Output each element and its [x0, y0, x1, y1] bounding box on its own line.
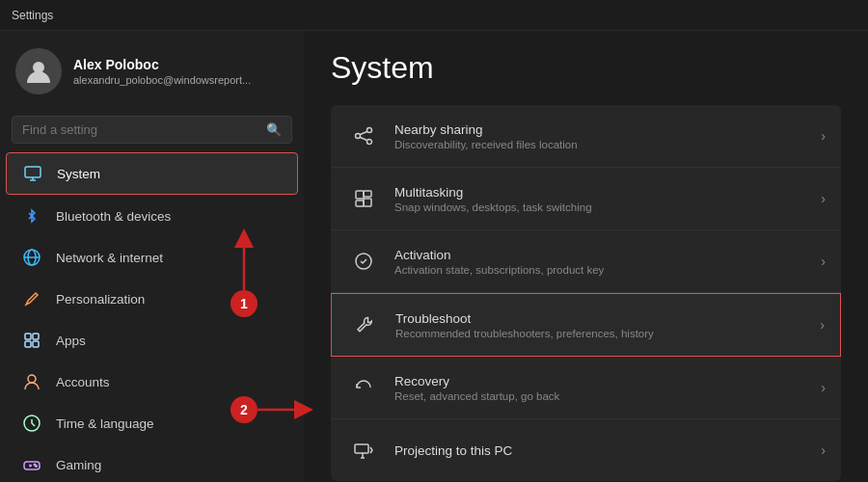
projecting-text: Projecting to this PC [394, 443, 821, 458]
gaming-nav-icon [21, 454, 42, 475]
nearby-sharing-desc: Discoverability, received files location [394, 139, 821, 150]
sidebar-item-personalization[interactable]: Personalization [6, 279, 298, 319]
sidebar-item-network[interactable]: Network & internet [6, 237, 298, 278]
sidebar-item-time[interactable]: Time & language [6, 403, 298, 443]
sidebar-item-label-network: Network & internet [56, 251, 163, 265]
settings-item-projecting[interactable]: Projecting to this PC› [331, 419, 841, 481]
activation-icon [346, 244, 381, 279]
personalization-nav-icon [21, 288, 42, 309]
svg-rect-25 [356, 201, 364, 206]
sidebar-item-label-apps: Apps [56, 334, 86, 348]
window-title: Settings [12, 9, 53, 22]
recovery-desc: Reset, advanced startup, go back [394, 390, 821, 402]
multitasking-chevron: › [821, 191, 826, 206]
content-area: System Nearby sharingDiscoverability, re… [304, 31, 868, 482]
page-title: System [331, 50, 841, 86]
projecting-icon [346, 433, 381, 468]
sidebar-item-accounts[interactable]: Accounts [6, 362, 298, 402]
troubleshoot-title: Troubleshoot [395, 311, 820, 326]
settings-item-troubleshoot[interactable]: TroubleshootRecommended troubleshooters,… [331, 293, 841, 357]
multitasking-desc: Snap windows, desktops, task switching [394, 201, 821, 213]
search-icon: 🔍 [266, 122, 282, 137]
sidebar-item-gaming[interactable]: Gaming [6, 444, 298, 482]
sidebar-item-system[interactable]: System [6, 152, 298, 195]
settings-list: Nearby sharingDiscoverability, received … [331, 105, 841, 481]
settings-item-recovery[interactable]: RecoveryReset, advanced startup, go back… [331, 357, 841, 419]
svg-rect-7 [25, 334, 31, 339]
troubleshoot-desc: Recommended troubleshooters, preferences… [395, 328, 820, 339]
sidebar-item-label-accounts: Accounts [56, 375, 110, 389]
activation-chevron: › [821, 254, 826, 269]
projecting-title: Projecting to this PC [394, 443, 821, 458]
settings-item-nearby-sharing[interactable]: Nearby sharingDiscoverability, received … [331, 105, 841, 168]
sidebar-item-label-time: Time & language [56, 416, 154, 431]
multitasking-text: MultitaskingSnap windows, desktops, task… [394, 185, 821, 213]
sidebar-item-bluetooth[interactable]: Bluetooth & devices [6, 196, 298, 236]
recovery-text: RecoveryReset, advanced startup, go back [394, 374, 821, 402]
activation-title: Activation [394, 248, 821, 262]
svg-rect-26 [364, 199, 371, 206]
settings-item-activation[interactable]: ActivationActivation state, subscription… [331, 230, 841, 293]
svg-point-11 [28, 375, 36, 383]
svg-line-22 [361, 138, 367, 141]
sidebar-item-label-gaming: Gaming [56, 458, 101, 472]
user-profile[interactable]: Alex Poloboc alexandru_poloboc@windowsre… [0, 31, 304, 112]
activation-text: ActivationActivation state, subscription… [394, 248, 821, 276]
multitasking-title: Multitasking [394, 185, 821, 200]
nearby-sharing-title: Nearby sharing [394, 122, 821, 137]
svg-rect-1 [25, 167, 41, 177]
user-email: alexandru_poloboc@windowsreport... [73, 74, 251, 86]
projecting-chevron: › [821, 442, 826, 458]
network-nav-icon [21, 247, 42, 268]
bluetooth-nav-icon [21, 205, 42, 227]
svg-rect-23 [356, 191, 364, 199]
nearby-sharing-icon [346, 119, 381, 153]
user-info: Alex Poloboc alexandru_poloboc@windowsre… [73, 57, 251, 86]
sidebar-item-label-system: System [57, 167, 100, 181]
avatar [15, 48, 62, 94]
activation-desc: Activation state, subscriptions, product… [394, 264, 821, 276]
svg-rect-28 [355, 444, 368, 453]
svg-point-17 [36, 466, 38, 468]
troubleshoot-icon [347, 308, 382, 342]
svg-rect-8 [33, 334, 39, 339]
settings-item-multitasking[interactable]: MultitaskingSnap windows, desktops, task… [331, 168, 841, 230]
multitasking-icon [346, 181, 381, 216]
troubleshoot-chevron: › [820, 317, 825, 333]
search-box[interactable]: 🔍 [12, 116, 292, 144]
user-name: Alex Poloboc [73, 57, 251, 72]
search-input[interactable] [22, 122, 258, 137]
svg-point-19 [367, 128, 372, 133]
nav-list: SystemBluetooth & devicesNetwork & inter… [0, 151, 304, 482]
svg-point-20 [367, 140, 372, 145]
sidebar-item-label-bluetooth: Bluetooth & devices [56, 209, 171, 224]
time-nav-icon [21, 413, 42, 434]
svg-rect-10 [33, 341, 39, 347]
recovery-icon [346, 370, 381, 405]
sidebar-item-apps[interactable]: Apps [6, 320, 298, 361]
sidebar-item-label-personalization: Personalization [56, 292, 145, 307]
recovery-chevron: › [821, 380, 826, 395]
nearby-sharing-chevron: › [821, 128, 826, 144]
troubleshoot-text: TroubleshootRecommended troubleshooters,… [395, 311, 820, 339]
apps-nav-icon [21, 330, 42, 351]
svg-line-21 [361, 132, 367, 135]
accounts-nav-icon [21, 371, 42, 392]
nearby-sharing-text: Nearby sharingDiscoverability, received … [394, 122, 821, 150]
svg-point-18 [356, 134, 361, 139]
sidebar: Alex Poloboc alexandru_poloboc@windowsre… [0, 31, 304, 482]
recovery-title: Recovery [394, 374, 821, 388]
svg-rect-24 [364, 191, 371, 197]
system-nav-icon [22, 163, 43, 184]
svg-rect-9 [25, 341, 31, 347]
